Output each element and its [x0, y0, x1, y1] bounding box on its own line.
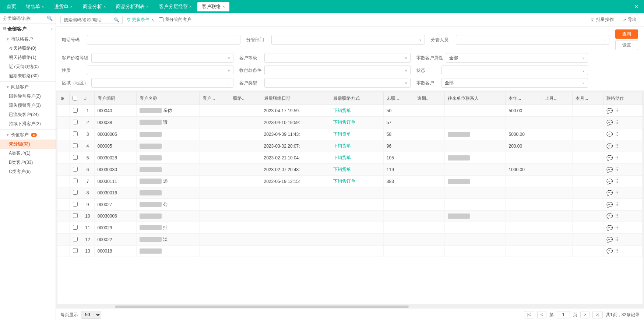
chat-icon[interactable]: 💬 [606, 143, 613, 149]
row-check[interactable] [69, 164, 81, 176]
row-checkbox[interactable] [73, 108, 78, 113]
sidebar-search-icon[interactable]: 🔍 [47, 15, 53, 21]
customer-segment-tab[interactable]: 客户分层经营 × [155, 2, 196, 11]
problem-customers-group[interactable]: ▼ 问题客户 [0, 82, 56, 92]
check-all[interactable] [73, 96, 77, 100]
sidebar-search-input[interactable] [3, 16, 45, 21]
row-checkbox[interactable] [73, 225, 78, 230]
prev-page-button[interactable]: < [537, 311, 546, 318]
value-customers-group[interactable]: ▼ 价值客户 ● [0, 130, 56, 140]
row-checkbox[interactable] [73, 120, 78, 124]
sidebar-item-overdue[interactable]: 逾期未联络(30) [0, 71, 56, 81]
chat-icon[interactable]: 💬 [606, 155, 613, 161]
chat-icon[interactable]: 💬 [606, 202, 613, 208]
apps-icon[interactable]: ⠿ [615, 190, 619, 196]
apps-icon[interactable]: ⠿ [615, 131, 619, 137]
apps-icon[interactable]: ⠿ [615, 167, 619, 173]
product-analysis-list-tab[interactable]: 商品分析列表 × [112, 2, 153, 11]
sales-tab[interactable]: 销售单 × [21, 2, 48, 11]
product-analysis-tab[interactable]: 商品分析 × [78, 2, 110, 11]
row-checkbox[interactable] [73, 143, 78, 148]
row-checkbox[interactable] [73, 213, 78, 218]
row-check[interactable] [69, 187, 81, 199]
chat-icon[interactable]: 💬 [606, 120, 613, 126]
row-check[interactable] [69, 246, 81, 257]
row-checkbox[interactable] [73, 248, 78, 253]
purchase-tab-close[interactable]: × [70, 4, 72, 9]
row-check[interactable] [69, 152, 81, 164]
row-check[interactable] [69, 176, 81, 187]
sidebar-item-ungrouped[interactable]: 未分组(32) [0, 140, 56, 149]
chat-icon[interactable]: 💬 [606, 131, 613, 137]
pending-contact-group[interactable]: ▼ 待联络客户 [0, 35, 56, 44]
chat-icon[interactable]: 💬 [606, 225, 613, 231]
sales-tab-close[interactable]: × [42, 4, 44, 9]
all-customers-header[interactable]: ⠿ 全部客户 « [0, 24, 56, 35]
sidebar-item-class-b[interactable]: B类客户(33) [0, 158, 56, 167]
chat-icon[interactable]: 💬 [606, 179, 613, 184]
my-customers-checkbox-area[interactable]: 我分管的客户 [159, 17, 191, 23]
apps-icon[interactable]: ⠿ [615, 108, 619, 114]
sidebar-item-class-a[interactable]: A类客户(1) [0, 149, 56, 158]
customer-type-select[interactable]: ∨ [264, 78, 411, 88]
payment-select[interactable]: ∨ [264, 66, 411, 75]
home-tab[interactable]: 首页 [3, 2, 20, 11]
apps-icon[interactable]: ⠿ [615, 202, 619, 208]
sidebar-search-box[interactable]: 🔍 [0, 13, 56, 24]
sidebar-item-churned[interactable]: 已流失客户(24) [0, 110, 56, 119]
apps-icon[interactable]: ⠿ [615, 120, 619, 126]
sidebar-item-abnormal[interactable]: 囤购异常客户(2) [0, 92, 56, 101]
sidebar-item-7days[interactable]: 近7天待联络(0) [0, 62, 56, 71]
row-checkbox[interactable] [73, 155, 78, 160]
chat-icon[interactable]: 💬 [606, 190, 613, 196]
apps-icon[interactable]: ⠿ [615, 225, 619, 231]
nature-select[interactable]: ∨ [87, 66, 233, 75]
export-button[interactable]: ↗ 导出 [620, 15, 640, 24]
apps-icon[interactable]: ⠿ [615, 143, 619, 149]
row-checkbox[interactable] [73, 190, 78, 195]
chat-icon[interactable]: 💬 [606, 213, 613, 219]
last-method-link[interactable]: 下销货单 [333, 155, 351, 160]
sidebar-item-today[interactable]: 今天待联络(0) [0, 44, 56, 53]
retail-attr-select[interactable]: 全部 ∨ [446, 53, 588, 63]
row-checkbox[interactable] [73, 131, 78, 136]
last-method-link[interactable]: 下销货单 [333, 108, 351, 113]
chat-icon[interactable]: 💬 [606, 237, 613, 243]
last-method-link[interactable]: 下销售订单 [333, 120, 355, 125]
row-check[interactable] [69, 140, 81, 152]
sidebar-item-tomorrow[interactable]: 明天待联络(1) [0, 53, 56, 62]
customer-contact-tab-close[interactable]: × [222, 4, 225, 9]
horizontal-scrollbar[interactable] [56, 305, 644, 308]
chat-icon[interactable]: 💬 [606, 248, 613, 254]
customer-segment-tab-close[interactable]: × [189, 4, 191, 9]
retail-select[interactable]: 全部 ∨ [441, 78, 588, 88]
price-level-select[interactable]: ∨ [91, 53, 233, 63]
row-check[interactable] [69, 117, 81, 128]
customer-contact-tab[interactable]: 客户联络 × [197, 2, 229, 11]
page-number-input[interactable] [557, 311, 570, 318]
query-button[interactable]: 查询 [615, 29, 638, 39]
next-page-button[interactable]: > [580, 311, 590, 318]
last-method-link[interactable]: 下销货单 [333, 131, 351, 137]
sidebar-item-churn-warning[interactable]: 流失预警客户(3) [0, 101, 56, 110]
manager-dots[interactable]: ··· [602, 37, 606, 42]
first-page-button[interactable]: |< [524, 311, 534, 318]
row-checkbox[interactable] [73, 202, 78, 207]
row-check[interactable] [69, 234, 81, 246]
region-select[interactable]: ··· [91, 78, 233, 88]
product-analysis-tab-close[interactable]: × [103, 4, 106, 9]
col-setting[interactable]: ⚙ [57, 92, 69, 105]
apps-icon[interactable]: ⠿ [615, 155, 619, 161]
search-icon[interactable]: 🔍 [114, 17, 119, 22]
my-customers-checkbox[interactable] [159, 17, 163, 22]
manager-select[interactable]: ··· [456, 35, 609, 45]
page-size-select[interactable]: 50 100 200 [81, 311, 101, 319]
row-check[interactable] [69, 128, 81, 140]
search-input[interactable] [64, 17, 112, 22]
product-analysis-list-tab-close[interactable]: × [146, 4, 148, 9]
apps-icon[interactable]: ⠿ [615, 237, 619, 243]
row-check[interactable] [69, 211, 81, 222]
sidebar-item-class-c[interactable]: C类客户(6) [0, 167, 56, 176]
customer-level-select[interactable]: ∨ [264, 53, 411, 63]
row-check[interactable] [69, 199, 81, 211]
